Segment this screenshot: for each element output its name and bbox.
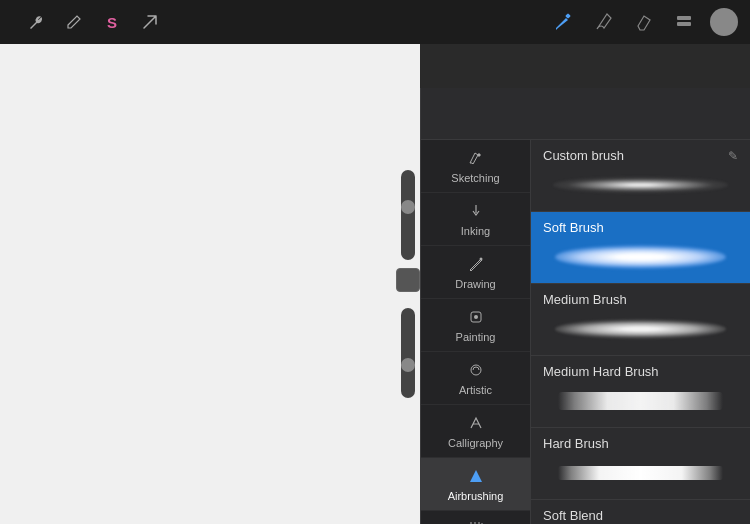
category-item-inking[interactable]: Inking [421,193,530,246]
arrow-icon[interactable] [136,8,164,36]
toolbar: S [0,0,750,44]
svg-rect-1 [677,16,691,20]
category-list: Sketching Inking Drawing Painting Artist… [421,140,531,524]
brush-preview [543,455,738,491]
category-item-airbrushing[interactable]: Airbrushing [421,458,530,511]
square-button[interactable] [396,268,420,292]
brush-tool-icon[interactable] [590,8,618,36]
svg-point-3 [479,258,482,261]
brush-name: Soft Blend [543,508,738,523]
brush-item[interactable]: Soft Blend [531,500,750,524]
side-controls [396,170,420,398]
svg-marker-7 [470,470,482,482]
opacity-slider[interactable] [401,308,415,398]
category-item-painting[interactable]: Painting [421,299,530,352]
category-icon [466,360,486,380]
svg-point-5 [474,315,478,319]
category-icon [466,254,486,274]
category-label: Calligraphy [448,437,503,449]
brush-item[interactable]: Medium Brush [531,284,750,356]
edit-icon: ✎ [728,149,738,163]
brush-item[interactable]: Custom brush✎ [531,140,750,212]
category-label: Drawing [455,278,495,290]
brush-name: Soft Brush [543,220,738,235]
brush-name: Medium Hard Brush [543,364,738,379]
brush-item[interactable]: Hard Brush [531,428,750,500]
category-label: Inking [461,225,490,237]
brush-preview [543,311,738,347]
wrench-icon[interactable] [22,8,50,36]
pencil-tool-icon[interactable] [550,8,578,36]
category-item-sketching[interactable]: Sketching [421,140,530,193]
brush-preview [543,383,738,419]
brush-list: Custom brush✎ Soft Brush Medium Brush Me… [531,140,750,524]
brush-size-slider[interactable] [401,170,415,260]
s-calligraphy-icon[interactable]: S [98,8,126,36]
category-icon [466,413,486,433]
layers-icon[interactable] [670,8,698,36]
category-label: Sketching [451,172,499,184]
brush-library-body: Sketching Inking Drawing Painting Artist… [421,140,750,524]
category-item-artistic[interactable]: Artistic [421,352,530,405]
category-item-calligraphy[interactable]: Calligraphy [421,405,530,458]
category-icon [466,201,486,221]
avatar[interactable] [710,8,738,36]
category-item-drawing[interactable]: Drawing [421,246,530,299]
brush-library-header [421,88,750,140]
category-label: Artistic [459,384,492,396]
category-icon [466,148,486,168]
brush-preview [543,167,738,203]
modify-icon[interactable] [60,8,88,36]
brush-name: Medium Brush [543,292,738,307]
eraser-tool-icon[interactable] [630,8,658,36]
brush-item[interactable]: Medium Hard Brush [531,356,750,428]
brush-name: Custom brush✎ [543,148,738,163]
category-icon [466,466,486,486]
brush-item[interactable]: Soft Brush [531,212,750,284]
category-label: Airbrushing [448,490,504,502]
brush-preview [543,239,738,275]
category-item-textures[interactable]: Textures [421,511,530,524]
svg-rect-2 [677,22,691,26]
canvas-white[interactable] [0,44,420,524]
category-icon [466,519,486,524]
canvas-area: Sketching Inking Drawing Painting Artist… [0,44,750,524]
category-label: Painting [456,331,496,343]
brush-name: Hard Brush [543,436,738,451]
category-icon [466,307,486,327]
brush-library-panel: Sketching Inking Drawing Painting Artist… [420,88,750,524]
svg-rect-0 [565,13,571,19]
